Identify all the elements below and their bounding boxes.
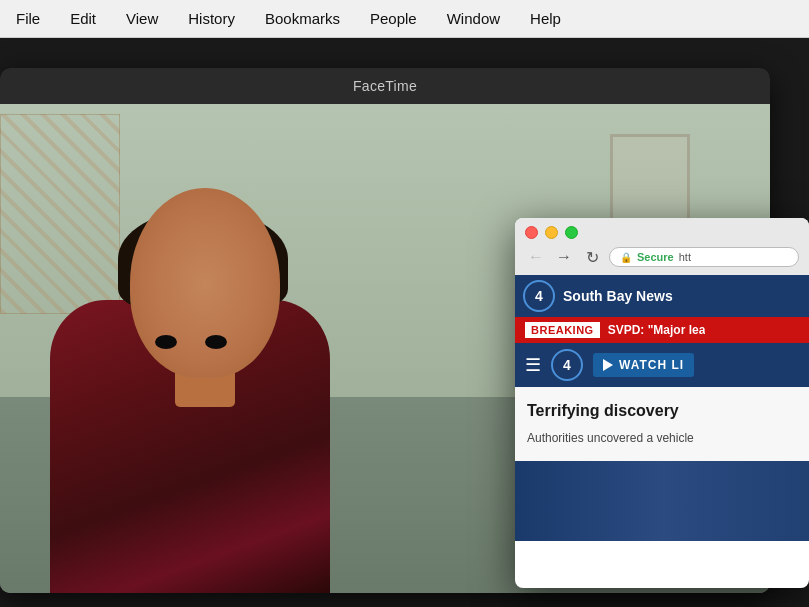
maximize-button[interactable] <box>565 226 578 239</box>
minimize-button[interactable] <box>545 226 558 239</box>
browser-nav-row: ← → ↻ 🔒 Secure htt <box>525 247 799 267</box>
secure-text: Secure <box>637 251 674 263</box>
forward-button[interactable]: → <box>553 248 575 266</box>
person-right-eye <box>205 335 227 349</box>
lock-icon: 🔒 <box>620 252 632 263</box>
menu-file[interactable]: File <box>10 6 46 31</box>
play-icon <box>603 359 613 371</box>
traffic-lights <box>525 226 799 239</box>
article-subtext: Authorities uncovered a vehicle <box>527 430 797 447</box>
url-text: htt <box>679 251 691 263</box>
breaking-news-bar: BREAKING SVPD: "Major lea <box>515 317 809 343</box>
address-bar[interactable]: 🔒 Secure htt <box>609 247 799 267</box>
wall-decorations <box>0 114 120 314</box>
person-left-eye <box>155 335 177 349</box>
menu-window[interactable]: Window <box>441 6 506 31</box>
menu-bar: File Edit View History Bookmarks People … <box>0 0 809 38</box>
facetime-titlebar: FaceTime <box>0 68 770 104</box>
watch-live-label: WATCH LI <box>619 358 684 372</box>
channel-name: South Bay News <box>563 288 673 304</box>
browser-chrome: ← → ↻ 🔒 Secure htt <box>515 218 809 275</box>
close-button[interactable] <box>525 226 538 239</box>
menu-help[interactable]: Help <box>524 6 567 31</box>
article-content: Terrifying discovery Authorities uncover… <box>515 387 809 461</box>
refresh-button[interactable]: ↻ <box>581 248 603 267</box>
menu-history[interactable]: History <box>182 6 241 31</box>
watch-bar: ☰ 4 WATCH LI <box>515 343 809 387</box>
browser-window: ← → ↻ 🔒 Secure htt 4 South Bay News BREA… <box>515 218 809 588</box>
menu-bookmarks[interactable]: Bookmarks <box>259 6 346 31</box>
nav-channel-logo: 4 <box>551 349 583 381</box>
article-image <box>515 461 809 541</box>
menu-people[interactable]: People <box>364 6 423 31</box>
menu-edit[interactable]: Edit <box>64 6 102 31</box>
channel-strip: 4 South Bay News <box>515 275 809 317</box>
hamburger-icon[interactable]: ☰ <box>525 354 541 376</box>
breaking-label: BREAKING <box>525 322 600 338</box>
watch-live-button[interactable]: WATCH LI <box>593 353 694 377</box>
menu-view[interactable]: View <box>120 6 164 31</box>
back-button[interactable]: ← <box>525 248 547 266</box>
facetime-title: FaceTime <box>353 78 417 94</box>
channel-logo: 4 <box>523 280 555 312</box>
article-headline: Terrifying discovery <box>527 401 797 422</box>
breaking-news-text: SVPD: "Major lea <box>608 323 706 337</box>
person-head <box>130 188 280 378</box>
